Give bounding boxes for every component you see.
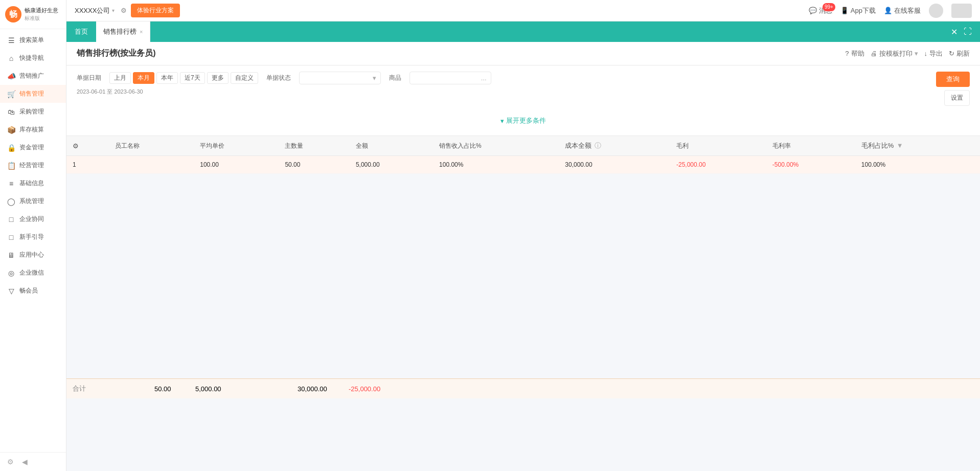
inventory-icon: 📦 xyxy=(7,126,15,134)
menu-icon: ☰ xyxy=(7,36,15,44)
cell-quantity: 50.00 xyxy=(279,156,349,174)
company-name: XXXXX公司 xyxy=(75,6,110,15)
th-settings: ⚙ xyxy=(66,136,109,156)
topbar-settings-icon[interactable]: ⚙ xyxy=(121,7,127,14)
data-table: ⚙ 员工名称 平均单价 主数量 全额 销售收入占比% 成本全额 ⓘ 毛利 毛利率 xyxy=(66,136,980,174)
refresh-icon: ↻ xyxy=(949,50,954,57)
logo-sub: 标准版 xyxy=(25,15,58,22)
topbar: XXXXX公司 ▾ ⚙ 体验行业方案 💬 消息 99+ 📱 App下载 👤 在线… xyxy=(66,0,980,21)
tab-sales-ranking[interactable]: 销售排行榜 × xyxy=(96,21,150,42)
sidebar-item-label: 销售管理 xyxy=(19,89,44,98)
help-button[interactable]: ? 帮助 xyxy=(845,49,864,58)
window-close-icon[interactable]: ✕ xyxy=(951,27,958,37)
window-maximize-icon[interactable]: ⛶ xyxy=(964,27,972,36)
filter-settings-button[interactable]: 设置 xyxy=(944,90,970,106)
th-quantity: 主数量 xyxy=(279,136,349,156)
online-service-button[interactable]: 👤 在线客服 xyxy=(884,6,921,15)
app-download-button[interactable]: 📱 App下载 xyxy=(840,6,876,15)
sidebar-item-guide[interactable]: □ 新手引导 xyxy=(0,228,66,246)
help-label: 帮助 xyxy=(851,49,864,58)
th-amount: 全额 xyxy=(350,136,433,156)
goods-input[interactable]: ... xyxy=(409,72,491,84)
sidebar-item-enterprise[interactable]: □ 企业协同 xyxy=(0,210,66,228)
sidebar-item-inventory[interactable]: 📦 库存核算 xyxy=(0,121,66,139)
sidebar-item-label: 资金管理 xyxy=(19,143,44,152)
gross-pct-sort-icon[interactable]: ▼ xyxy=(897,142,903,149)
date-btn-custom[interactable]: 自定义 xyxy=(231,72,258,84)
tab-close-icon[interactable]: × xyxy=(140,29,143,35)
print-label: 按模板打印 xyxy=(879,49,913,58)
page-header: 销售排行榜(按业务员) ? 帮助 🖨 按模板打印 ▾ ↓ 导出 ↻ 刷新 xyxy=(66,42,980,65)
sidebar-footer: ⚙ ◀ xyxy=(0,452,66,471)
goods-more-icon: ... xyxy=(481,74,487,82)
goods-filter-label: 商品 xyxy=(389,74,401,82)
cell-sales-pct: 100.00% xyxy=(433,156,559,174)
company-selector[interactable]: XXXXX公司 ▾ xyxy=(75,6,115,15)
sidebar-item-label: 企业协同 xyxy=(19,215,44,223)
date-range-text: 2023-06-01 至 2023-06-30 xyxy=(77,88,143,95)
enterprise-icon: □ xyxy=(7,215,15,223)
sidebar-item-purchase[interactable]: 🛍 采购管理 xyxy=(0,103,66,121)
sidebar-item-finance[interactable]: 🔒 资金管理 xyxy=(0,139,66,156)
query-button[interactable]: 查询 xyxy=(936,72,970,87)
sidebar-item-apps[interactable]: 🖥 应用中心 xyxy=(0,246,66,264)
date-btn-more[interactable]: 更多 xyxy=(207,72,229,84)
date-btn-this-year[interactable]: 本年 xyxy=(156,72,178,84)
export-icon: ↓ xyxy=(924,50,928,57)
sidebar-settings-icon[interactable]: ⚙ xyxy=(7,458,14,466)
th-avg-price: 平均单价 xyxy=(194,136,279,156)
sidebar-item-quick-nav[interactable]: ⌂ 快捷导航 xyxy=(0,49,66,67)
apps-icon: 🖥 xyxy=(7,251,15,259)
logo-name: 畅康通好生意 xyxy=(25,7,58,14)
date-range-display: 2023-06-01 至 2023-06-30 xyxy=(77,87,491,96)
message-button[interactable]: 💬 消息 99+ xyxy=(809,6,832,15)
member-icon: ▽ xyxy=(7,287,15,295)
print-icon: 🖨 xyxy=(871,50,877,57)
date-btn-7days[interactable]: 近7天 xyxy=(180,72,205,84)
refresh-button[interactable]: ↻ 刷新 xyxy=(949,49,970,58)
trial-button[interactable]: 体验行业方案 xyxy=(131,4,180,17)
status-filter-label: 单据状态 xyxy=(266,74,291,82)
service-icon: 👤 xyxy=(884,7,892,14)
sidebar-item-label: 应用中心 xyxy=(19,251,44,259)
th-employee: 员工名称 xyxy=(109,136,194,156)
operations-icon: 📋 xyxy=(7,162,15,170)
table-area: ⚙ 员工名称 平均单价 主数量 全额 销售收入占比% 成本全额 ⓘ 毛利 毛利率 xyxy=(66,136,980,174)
table-settings-icon[interactable]: ⚙ xyxy=(73,142,79,150)
download-icon: 📱 xyxy=(840,7,849,14)
cell-cost: 30,000.00 xyxy=(559,156,670,174)
user-name-display xyxy=(951,4,972,18)
sidebar-item-search-order[interactable]: ☰ 搜索菜单 xyxy=(0,31,66,49)
user-avatar[interactable] xyxy=(929,4,943,18)
cell-amount: 5,000.00 xyxy=(350,156,433,174)
sidebar-item-label: 畅会员 xyxy=(19,286,38,295)
sidebar-item-marketing[interactable]: 📣 营销推广 xyxy=(0,67,66,85)
chevron-down-icon: ▾ xyxy=(112,8,115,13)
tab-home[interactable]: 首页 xyxy=(66,21,96,42)
logo-text-block: 畅康通好生意 标准版 xyxy=(25,7,58,21)
sidebar-item-basics[interactable]: ≡ 基础信息 xyxy=(0,174,66,192)
sidebar-item-label: 新手引导 xyxy=(19,233,44,241)
date-btn-this-month[interactable]: 本月 xyxy=(133,72,154,84)
sidebar-item-wechat[interactable]: ◎ 企业微信 xyxy=(0,264,66,282)
date-buttons: 上月 本月 本年 近7天 更多 自定义 xyxy=(109,72,258,84)
query-panel: 查询 设置 xyxy=(936,72,970,112)
system-icon: ◯ xyxy=(7,197,15,206)
content-area: 销售排行榜(按业务员) ? 帮助 🖨 按模板打印 ▾ ↓ 导出 ↻ 刷新 xyxy=(66,42,980,471)
footer-label: 合计 xyxy=(73,384,113,393)
print-chevron-icon: ▾ xyxy=(915,50,918,57)
sidebar-item-system[interactable]: ◯ 系统管理 xyxy=(0,192,66,210)
expand-conditions-button[interactable]: ▾ 展开更多条件 xyxy=(77,116,970,125)
print-button[interactable]: 🖨 按模板打印 ▾ xyxy=(871,49,918,58)
footer-cost: 30,000.00 xyxy=(298,385,349,393)
sidebar-item-label: 营销推广 xyxy=(19,72,44,80)
basics-icon: ≡ xyxy=(7,180,15,188)
cost-info-icon[interactable]: ⓘ xyxy=(595,142,601,149)
sidebar-item-operations[interactable]: 📋 经营管理 xyxy=(0,156,66,174)
sidebar-item-member[interactable]: ▽ 畅会员 xyxy=(0,282,66,300)
status-selector[interactable]: ▾ xyxy=(299,72,381,84)
export-button[interactable]: ↓ 导出 xyxy=(924,49,943,58)
sidebar-item-sales[interactable]: 🛒 销售管理 xyxy=(0,85,66,103)
date-btn-last-month[interactable]: 上月 xyxy=(109,72,131,84)
sidebar-collapse-icon[interactable]: ◀ xyxy=(22,458,28,466)
